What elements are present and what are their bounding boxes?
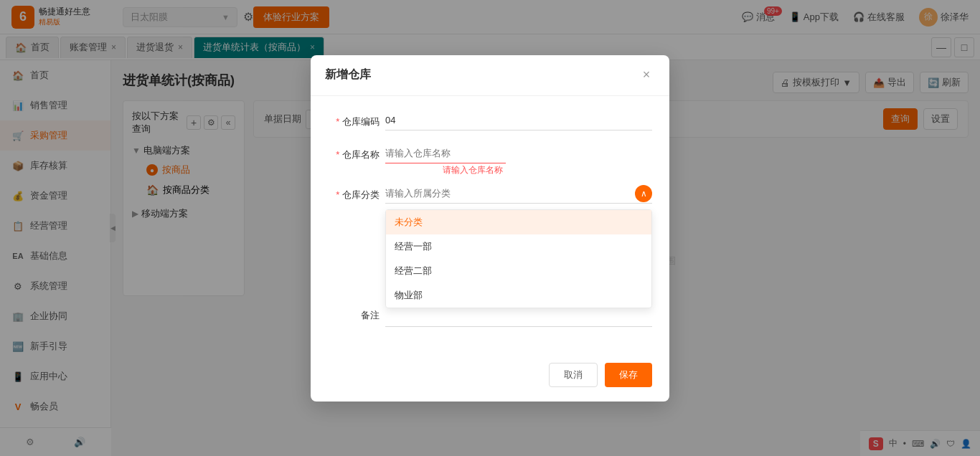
new-warehouse-modal: 新增仓库 × * 仓库编码 * 仓库名称 请输入仓库名称 xyxy=(311,55,669,402)
save-button[interactable]: 保存 xyxy=(605,363,652,387)
dropdown-item-uncategorized[interactable]: 未分类 xyxy=(386,210,651,234)
warehouse-category-input[interactable] xyxy=(385,184,652,204)
category-dropdown-list: 未分类 经营一部 经营二部 物业部 xyxy=(385,209,652,308)
category-dropdown-arrow[interactable]: ∧ xyxy=(635,185,652,202)
modal-close-button[interactable]: × xyxy=(638,67,655,84)
modal-footer: 取消 保存 xyxy=(311,354,669,402)
warehouse-name-field-wrapper: 请输入仓库名称 xyxy=(385,143,652,163)
warehouse-name-row: * 仓库名称 请输入仓库名称 xyxy=(328,143,652,163)
warehouse-category-wrapper: ∧ 未分类 经营一部 经营二部 物业部 xyxy=(385,184,652,204)
warehouse-name-error: 请输入仓库名称 xyxy=(443,164,503,176)
warehouse-category-label: * 仓库分类 xyxy=(328,184,385,201)
cancel-button[interactable]: 取消 xyxy=(549,363,598,387)
warehouse-name-input[interactable] xyxy=(385,143,506,163)
dropdown-item-property[interactable]: 物业部 xyxy=(386,283,651,308)
warehouse-category-row: * 仓库分类 ∧ 未分类 经营一部 经营二部 物业部 xyxy=(328,184,652,204)
dropdown-item-ops2[interactable]: 经营二部 xyxy=(386,259,651,283)
modal-header: 新增仓库 × xyxy=(311,55,669,96)
warehouse-code-label: * 仓库编码 xyxy=(328,110,385,128)
dropdown-item-ops1[interactable]: 经营一部 xyxy=(386,234,651,259)
modal-title: 新增仓库 xyxy=(325,67,371,82)
modal-overlay: 新增仓库 × * 仓库编码 * 仓库名称 请输入仓库名称 xyxy=(0,0,980,456)
warehouse-name-label: * 仓库名称 xyxy=(328,143,385,161)
modal-body: * 仓库编码 * 仓库名称 请输入仓库名称 * xyxy=(311,96,669,354)
warehouse-notes-label: 备注 xyxy=(328,304,385,322)
warehouse-code-row: * 仓库编码 xyxy=(328,110,652,130)
warehouse-code-input[interactable] xyxy=(385,110,652,130)
